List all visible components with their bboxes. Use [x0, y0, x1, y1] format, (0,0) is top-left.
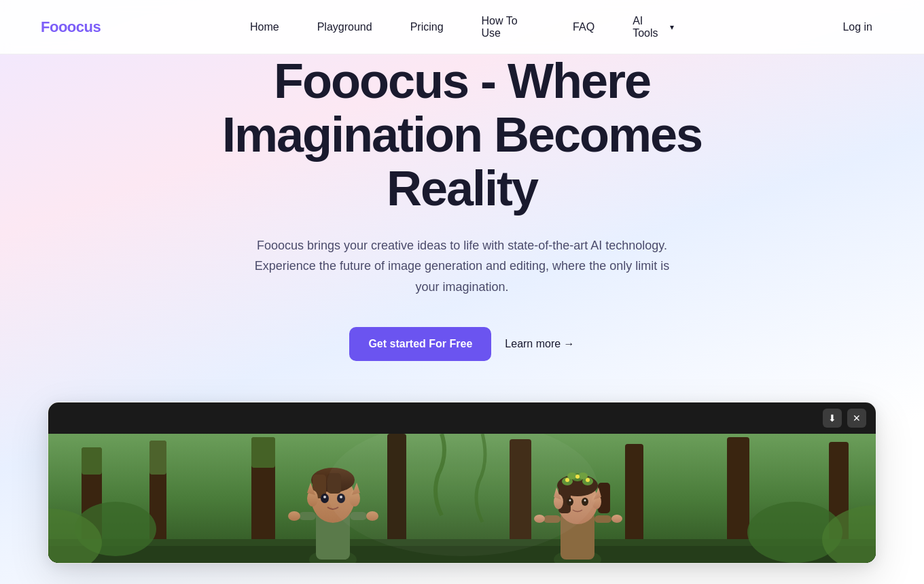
svg-rect-11 — [251, 437, 275, 468]
close-icon: ✕ — [853, 413, 861, 424]
svg-rect-10 — [149, 441, 166, 475]
learn-more-button[interactable]: Learn more → — [505, 338, 574, 350]
svg-rect-28 — [299, 512, 316, 520]
nav-how-to-use[interactable]: How To Use — [463, 10, 554, 45]
nav-playground[interactable]: Playground — [298, 16, 391, 39]
login-link[interactable]: Log in — [832, 16, 883, 39]
logo[interactable]: Fooocus — [41, 18, 101, 36]
hero-subtitle: Fooocus brings your creative ideas to li… — [245, 235, 679, 298]
chevron-down-icon: ▾ — [670, 22, 674, 32]
svg-point-30 — [288, 511, 300, 521]
browser-bar: ⬇ ✕ — [48, 402, 876, 434]
download-icon: ⬇ — [828, 413, 836, 424]
hero-title: Fooocus - Where Imagination Becomes Real… — [156, 54, 768, 216]
svg-rect-55 — [594, 515, 611, 523]
nav-ai-tools[interactable]: AI Tools ▾ — [614, 10, 693, 45]
nav-faq[interactable]: FAQ — [554, 16, 614, 39]
get-started-button[interactable]: Get started For Free — [349, 327, 491, 361]
download-button[interactable]: ⬇ — [823, 409, 842, 428]
demo-container: ⬇ ✕ — [48, 402, 876, 564]
svg-rect-9 — [82, 447, 102, 475]
header: Fooocus Home Playground Pricing How To U… — [0, 0, 924, 54]
nav-home[interactable]: Home — [231, 16, 298, 39]
demo-image — [48, 434, 876, 563]
nav-pricing[interactable]: Pricing — [391, 16, 463, 39]
demo-browser: ⬇ ✕ — [48, 402, 876, 564]
svg-point-57 — [611, 515, 622, 523]
close-button[interactable]: ✕ — [847, 409, 866, 428]
svg-point-26 — [323, 496, 326, 498]
hero-buttons: Get started For Free Learn more → — [349, 327, 574, 361]
hero-section: Fooocus - Where Imagination Becomes Real… — [0, 0, 924, 584]
main-nav: Home Playground Pricing How To Use FAQ A… — [231, 10, 693, 45]
